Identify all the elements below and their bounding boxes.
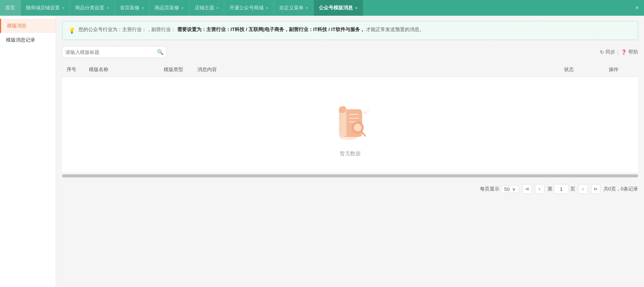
page-size-dropdown[interactable]: 50 ∨ — [501, 185, 519, 193]
page-unit-label: 页 — [570, 186, 575, 192]
page-size-value: 50 — [504, 186, 509, 192]
main-container: 模版消息 模版消息记录 💡 您的公众号行业为：主营行业：，副营行业： 需要设置为… — [0, 16, 644, 287]
page-size-label: 每页显示 — [480, 186, 499, 192]
divider: | — [617, 49, 619, 55]
sidebar-item-template-msg-record[interactable]: 模版消息记录 — [0, 33, 56, 47]
close-icon[interactable]: × — [142, 6, 144, 10]
close-icon[interactable]: × — [355, 6, 357, 10]
nav-tab-open-mall[interactable]: 开通公众号商城 × — [224, 0, 274, 16]
nav-tab-product-decor[interactable]: 商品页装修 × — [150, 0, 189, 16]
svg-point-5 — [354, 124, 361, 131]
col-action: 操作 — [604, 62, 638, 77]
scrollbar-thumb[interactable] — [62, 174, 638, 177]
page-total: 共0页，0条记录 — [604, 186, 638, 192]
page-label: 第 — [548, 186, 552, 192]
nav-tab-custom-menu[interactable]: 自定义菜单 × — [274, 0, 314, 16]
pagination: 每页显示 50 ∨ ⊲ ‹ 第 页 › ⊳ 共0页，0条记录 — [62, 182, 638, 196]
sidebar-item-template-msg[interactable]: 模版消息 — [0, 19, 56, 33]
svg-point-7 — [364, 112, 366, 114]
col-name: 模版名称 — [84, 62, 159, 77]
data-table: 序号 模版名称 模版类型 消息内容 状态 操作 — [62, 62, 638, 172]
lightbulb-icon: 💡 — [68, 26, 76, 35]
nav-tab-home[interactable]: 首页 — [0, 0, 21, 16]
col-index: 序号 — [62, 62, 84, 77]
svg-line-9 — [366, 110, 368, 112]
page-input-group: 第 页 — [548, 184, 575, 194]
search-icon[interactable]: 🔍 — [157, 49, 163, 55]
nav-tab-theme[interactable]: 店铺主题 × — [189, 0, 224, 16]
col-content: 消息内容 — [193, 62, 560, 77]
search-input[interactable] — [65, 49, 157, 55]
close-icon[interactable]: × — [107, 6, 109, 10]
close-icon[interactable]: × — [181, 6, 184, 10]
page-number-input[interactable] — [554, 184, 569, 194]
empty-state: 暂无数据 — [62, 77, 638, 172]
close-icon[interactable]: × — [216, 6, 219, 10]
nav-tab-home-decor[interactable]: 首页装修 × — [115, 0, 150, 16]
col-type: 模版类型 — [159, 62, 193, 77]
help-icon: ❓ — [621, 49, 627, 55]
first-page-button[interactable]: ⊲ — [522, 184, 532, 194]
alert-banner: 💡 您的公众号行业为：主营行业：，副营行业： 需要设置为：主营行业：IT科技 /… — [62, 21, 638, 40]
chevron-down-icon: ∨ — [512, 186, 516, 192]
col-status: 状态 — [560, 62, 604, 77]
sidebar: 模版消息 模版消息记录 — [0, 16, 56, 287]
close-icon[interactable]: × — [266, 6, 268, 10]
sync-icon: ↻ — [600, 49, 604, 55]
search-row: 🔍 ↻ 同步 | ❓ 帮助 — [62, 46, 638, 58]
nav-tab-template-msg[interactable]: 公众号模版消息 × — [314, 0, 363, 16]
page-size-select: 每页显示 50 ∨ — [480, 185, 519, 193]
close-all-button[interactable]: × — [630, 0, 644, 16]
prev-page-button[interactable]: ‹ — [535, 184, 545, 194]
toolbar-right: ↻ 同步 | ❓ 帮助 — [600, 49, 638, 55]
scrollbar-track[interactable] — [62, 174, 638, 177]
close-icon[interactable]: × — [306, 6, 308, 10]
top-nav: 首页 微商城店铺设置 × 商品分类设置 × 首页装修 × 商品页装修 × 店铺主… — [0, 0, 644, 16]
sync-button[interactable]: ↻ 同步 — [600, 49, 615, 55]
content-area: 💡 您的公众号行业为：主营行业：，副营行业： 需要设置为：主营行业：IT科技 /… — [56, 16, 644, 287]
table-header-row: 序号 模版名称 模版类型 消息内容 状态 操作 — [62, 62, 638, 77]
next-page-button[interactable]: › — [578, 184, 588, 194]
last-page-button[interactable]: ⊳ — [591, 184, 601, 194]
nav-tab-store-settings[interactable]: 微商城店铺设置 × — [21, 0, 70, 16]
close-icon[interactable]: × — [62, 6, 64, 10]
empty-text: 暂无数据 — [340, 150, 361, 157]
help-button[interactable]: ❓ 帮助 — [621, 49, 638, 55]
empty-illustration — [328, 100, 373, 144]
nav-tab-category[interactable]: 商品分类设置 × — [70, 0, 114, 16]
search-input-wrap[interactable]: 🔍 — [62, 46, 167, 58]
